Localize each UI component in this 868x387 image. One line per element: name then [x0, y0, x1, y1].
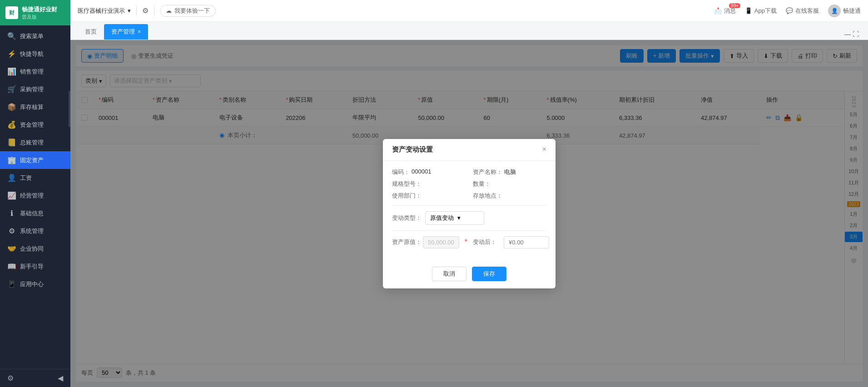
experience-button[interactable]: ☁ 我要体验一下 [160, 5, 216, 17]
modal-after-input[interactable] [504, 236, 549, 248]
topbar: 医疗器械行业演示 ▾ ⚙ ☁ 我要体验一下 📩 消息 99+ 📱 App下载 💬… [70, 0, 868, 22]
sales-icon: 📊 [7, 67, 16, 76]
operations-icon: 📈 [7, 191, 16, 200]
app-download-label: App下载 [754, 7, 777, 15]
window-minimize-icon[interactable]: — [844, 30, 851, 38]
tabbar: 首页 资产管理 × — ⛶ [70, 22, 868, 40]
modal-original-value-label: 资产原值： [392, 238, 419, 246]
sidebar-item-system[interactable]: ⚙ 系统管理 [0, 222, 70, 240]
finance-icon: 💰 [7, 120, 16, 129]
modal-save-button[interactable]: 保存 [472, 267, 506, 281]
message-badge: 99+ [729, 3, 740, 8]
fixed-assets-icon: 🏢 [7, 156, 16, 164]
sidebar-item-enterprise[interactable]: 🤝 企业协同 [0, 240, 70, 258]
user-profile-button[interactable]: 👤 畅捷通 [828, 5, 861, 17]
app-download-button[interactable]: 📱 App下载 [745, 7, 777, 15]
cloud-icon: ☁ [166, 7, 172, 14]
settings-bottom-icon[interactable]: ⚙ [7, 374, 14, 382]
sidebar-item-label: 工资 [20, 174, 32, 182]
ledger-icon: 📒 [7, 138, 16, 147]
modal-change-type-select[interactable]: 原值变动 ▾ [425, 211, 484, 225]
user-name: 畅捷通 [843, 7, 861, 15]
company-selector[interactable]: 医疗器械行业演示 ▾ [78, 7, 131, 15]
sidebar-item-ledger[interactable]: 📒 总账管理 [0, 134, 70, 151]
topbar-divider-2 [154, 6, 154, 15]
modal-header: 资产变动设置 × [383, 139, 556, 161]
sidebar: 财 畅捷通好业财 普及版 🔍 搜索菜单 ⚡ 快捷导航 📊 销售管理 🛒 采购管理… [0, 0, 70, 387]
app-logo-text: 畅捷通好业财 普及版 [22, 5, 57, 20]
tab-home[interactable]: 首页 [78, 24, 104, 40]
modal-value-row: 资产原值： 50,000.00 * 变动后： [392, 236, 546, 248]
sidebar-item-sales[interactable]: 📊 销售管理 [0, 63, 70, 80]
modal-quantity-item: 数量： [473, 180, 546, 188]
modal-divider-2 [392, 230, 546, 231]
modal-footer: 取消 保存 [383, 261, 556, 288]
system-icon: ⚙ [7, 227, 16, 235]
search-icon: 🔍 [7, 32, 16, 40]
tab-home-label: 首页 [85, 28, 97, 36]
online-service-label: 在线客服 [795, 7, 819, 15]
sidebar-item-label: 固定资产 [20, 156, 44, 164]
sidebar-nav: 🔍 搜索菜单 ⚡ 快捷导航 📊 销售管理 🛒 采购管理 📦 库存核算 💰 资金管… [0, 25, 70, 369]
asset-change-modal: 资产变动设置 × 编码： 000001 资产名称： 电脑 [383, 139, 556, 288]
message-icon: 📩 [714, 7, 722, 14]
page-content: ◉ 资产明细 ◎ 变更生成凭证 刷账 + 新增 批量操作 [70, 40, 868, 387]
modal-change-type-chevron-icon: ▾ [457, 214, 461, 221]
modal-change-type-label: 变动类型： [392, 214, 422, 222]
tab-asset-management[interactable]: 资产管理 × [104, 24, 148, 40]
tab-asset-management-label: 资产管理 [111, 28, 135, 36]
modal-title: 资产变动设置 [392, 145, 433, 154]
sidebar-item-inventory[interactable]: 📦 库存核算 [0, 98, 70, 116]
modal-dept-item: 使用部门： [392, 192, 466, 200]
modal-name-item: 资产名称： 电脑 [473, 168, 546, 176]
sidebar-item-app-center[interactable]: 📱 应用中心 [0, 275, 70, 293]
modal-quantity-label: 数量： [473, 180, 491, 188]
sidebar-item-operations[interactable]: 📈 经营管理 [0, 187, 70, 204]
modal-body: 编码： 000001 资产名称： 电脑 规格型号： [383, 161, 556, 261]
sidebar-item-label: 搜索菜单 [20, 32, 44, 40]
company-name: 医疗器械行业演示 [78, 7, 125, 15]
sidebar-item-salary[interactable]: 👤 工资 [0, 169, 70, 187]
modal-location-item: 存放地点： [473, 192, 546, 200]
topbar-right: 📩 消息 99+ 📱 App下载 💬 在线客服 👤 畅捷通 [714, 5, 861, 17]
modal-original-value-input: 50,000.00 [423, 236, 459, 248]
settings-gear-icon[interactable]: ⚙ [142, 6, 149, 15]
collapse-sidebar-icon[interactable]: ◀ [58, 374, 63, 382]
online-service-button[interactable]: 💬 在线客服 [786, 7, 819, 15]
message-button[interactable]: 📩 消息 99+ [714, 7, 736, 15]
main-content: 医疗器械行业演示 ▾ ⚙ ☁ 我要体验一下 📩 消息 99+ 📱 App下载 💬… [70, 0, 868, 387]
purchase-icon: 🛒 [7, 85, 16, 94]
sidebar-item-label: 应用中心 [20, 280, 44, 288]
sidebar-item-search[interactable]: 🔍 搜索菜单 [0, 27, 70, 45]
modal-spec-item: 规格型号： [392, 180, 466, 188]
content-area: ◉ 资产明细 ◎ 变更生成凭证 刷账 + 新增 批量操作 [70, 40, 868, 387]
app-center-icon: 📱 [7, 280, 16, 288]
sidebar-item-label: 快捷导航 [20, 50, 44, 58]
window-maximize-icon[interactable]: ⛶ [853, 30, 859, 38]
inventory-icon: 📦 [7, 103, 16, 111]
sidebar-item-fixed-assets[interactable]: 🏢 固定资产 [0, 151, 70, 169]
sidebar-item-quick-nav[interactable]: ⚡ 快捷导航 [0, 45, 70, 63]
modal-location-label: 存放地点： [473, 192, 502, 200]
modal-close-button[interactable]: × [542, 145, 546, 154]
modal-code-value: 000001 [412, 168, 431, 176]
guide-icon: 📖 [7, 262, 16, 271]
modal-cancel-button[interactable]: 取消 [432, 267, 466, 281]
sidebar-item-finance[interactable]: 💰 资金管理 [0, 116, 70, 134]
modal-overlay[interactable]: 资产变动设置 × 编码： 000001 资产名称： 电脑 [70, 40, 868, 387]
app-download-icon: 📱 [745, 7, 752, 14]
service-icon: 💬 [786, 7, 793, 14]
sidebar-item-label: 新手引导 [20, 263, 44, 271]
sidebar-item-label: 库存核算 [20, 103, 44, 111]
sidebar-item-purchase[interactable]: 🛒 采购管理 [0, 80, 70, 98]
app-logo-icon: 财 [5, 6, 18, 19]
tab-close-icon[interactable]: × [138, 29, 141, 35]
modal-code-item: 编码： 000001 [392, 168, 466, 176]
experience-label: 我要体验一下 [174, 7, 210, 15]
modal-code-label: 编码： [392, 168, 410, 176]
sidebar-item-guide[interactable]: 📖 新手引导 [0, 258, 70, 275]
modal-dept-label: 使用部门： [392, 192, 422, 200]
basic-info-icon: ℹ [7, 209, 16, 218]
sidebar-item-label: 企业协同 [20, 245, 44, 253]
sidebar-item-basic-info[interactable]: ℹ 基础信息 [0, 204, 70, 222]
